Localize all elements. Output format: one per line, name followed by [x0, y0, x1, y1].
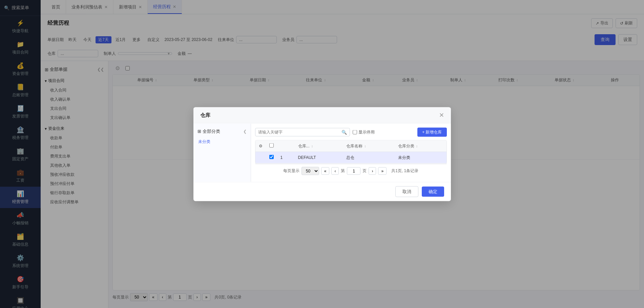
modal-left-header: ⊞ 全部分类 ❮ [193, 126, 251, 136]
row-num: 1 [277, 152, 295, 163]
modal-actions: 取消 确定 [193, 182, 451, 201]
modal-col-category[interactable]: 仓库分类 ↕ [395, 140, 446, 152]
modal-page-label: 页 [362, 168, 367, 174]
modal-close-button[interactable]: ✕ [439, 112, 444, 118]
modal-page-size-select[interactable]: 50 [302, 167, 319, 175]
col-category-label: 仓库分类 [398, 143, 414, 148]
row-checkbox-cell [266, 152, 277, 163]
show-disabled-checkbox[interactable] [353, 130, 357, 134]
modal-last-page[interactable]: » [378, 167, 387, 174]
row-code: DEFAULT [295, 152, 343, 163]
modal-confirm-button[interactable]: 确定 [422, 186, 444, 197]
table-row[interactable]: 1 DEFAULT 总仓 未分类 [255, 152, 446, 163]
modal-col-gear: ⚙ [255, 140, 266, 152]
modal-prev-page[interactable]: ‹ [331, 167, 339, 174]
col-name-sort: ↕ [364, 144, 366, 148]
warehouse-modal: 仓库 ✕ ⊞ 全部分类 ❮ 未分类 🔍 [193, 107, 451, 201]
modal-search-box[interactable]: 🔍 [255, 128, 350, 136]
modal-header: 仓库 ✕ [193, 107, 451, 123]
modal-col-name[interactable]: 仓库名称 ↕ [343, 140, 395, 152]
col-code-label: 仓库... [298, 143, 310, 148]
modal-left-title-text: 全部分类 [203, 128, 220, 134]
modal-left-collapse-btn[interactable]: ❮ [243, 129, 247, 134]
row-category: 未分类 [395, 152, 446, 163]
modal-category-unclassified[interactable]: 未分类 [193, 136, 251, 147]
modal-show-disabled-checkbox[interactable]: 显示停用 [353, 129, 375, 135]
modal-select-all[interactable] [269, 143, 274, 148]
modal-pager: 每页显示 50 « ‹ 第 页 › » 共1页, 1条记录 [255, 164, 447, 178]
modal-cancel-button[interactable]: 取消 [395, 186, 418, 197]
modal-body: ⊞ 全部分类 ❮ 未分类 🔍 显示停用 + 新增仓库 [193, 123, 451, 182]
col-name-label: 仓库名称 [346, 143, 362, 148]
modal-page-word: 第 [341, 168, 345, 174]
modal-right-panel: 🔍 显示停用 + 新增仓库 ⚙ [251, 123, 451, 182]
modal-left-title: ⊞ 全部分类 [198, 128, 220, 134]
modal-grid-icon: ⊞ [198, 129, 201, 134]
modal-next-page[interactable]: › [369, 167, 376, 174]
modal-search-input[interactable] [258, 130, 339, 135]
modal-table-container: ⚙ 仓库... ↕ 仓库名称 ↕ [255, 140, 447, 164]
modal-col-code[interactable]: 仓库... ↕ [295, 140, 343, 152]
modal-warehouse-table: ⚙ 仓库... ↕ 仓库名称 ↕ [255, 140, 446, 163]
show-disabled-label: 显示停用 [358, 129, 375, 135]
modal-first-page[interactable]: « [321, 167, 330, 174]
modal-page-input[interactable] [347, 167, 360, 174]
modal-col-checkbox [266, 140, 277, 152]
modal-total-text: 共1页, 1条记录 [391, 168, 418, 174]
modal-col-num[interactable] [277, 140, 295, 152]
row-checkbox[interactable] [269, 155, 274, 159]
col-code-sort: ↕ [311, 144, 313, 148]
add-warehouse-button[interactable]: + 新增仓库 [417, 127, 446, 137]
row-gear [255, 152, 266, 163]
row-name: 总仓 [343, 152, 395, 163]
modal-title: 仓库 [200, 112, 210, 118]
modal-toolbar: 🔍 显示停用 + 新增仓库 [255, 127, 447, 137]
col-category-sort: ↕ [416, 144, 418, 148]
modal-page-size-label: 每页显示 [283, 168, 299, 174]
modal-search-icon: 🔍 [341, 129, 347, 135]
modal-left-panel: ⊞ 全部分类 ❮ 未分类 [193, 123, 251, 182]
